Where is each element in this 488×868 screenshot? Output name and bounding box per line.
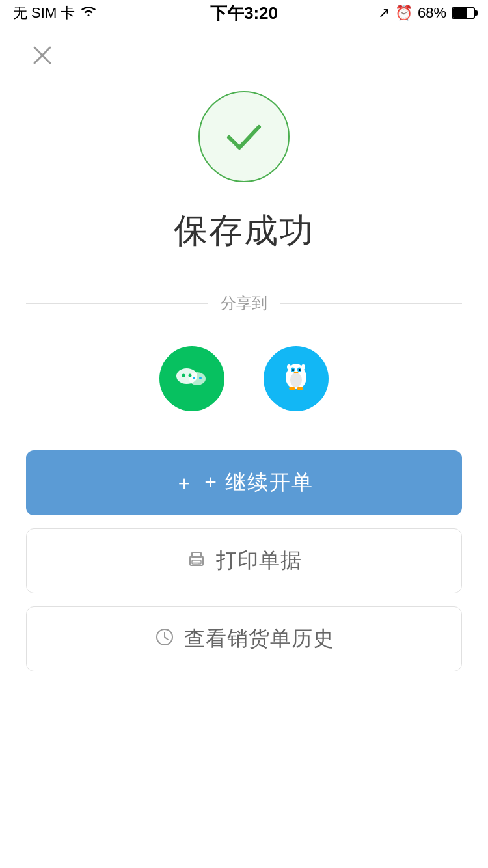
success-title: 保存成功 [174,208,314,254]
status-time: 下午3:20 [210,2,278,25]
continue-order-button[interactable]: ＋ + 继续开单 [26,450,462,515]
status-right: ↗ ⏰ 68% [378,5,475,21]
plus-icon: ＋ [174,470,195,496]
main-content: 保存成功 分享到 [0,26,488,868]
printer-svg [186,549,207,569]
svg-point-5 [189,374,192,377]
svg-point-13 [299,369,301,371]
sim-status: 无 SIM 卡 [13,3,75,23]
history-icon [154,627,175,652]
share-divider: 分享到 [26,293,462,314]
battery-percent: 68% [418,5,446,21]
print-icon [186,549,207,574]
svg-point-18 [287,364,291,370]
print-label: 打印单据 [216,547,302,575]
svg-point-16 [289,387,295,390]
svg-point-3 [189,372,206,385]
wifi-icon [80,5,97,21]
divider-line-right [280,303,462,304]
clock-svg [154,627,175,647]
svg-point-7 [199,377,202,379]
divider-line-left [26,303,208,304]
wechat-share-button[interactable] [159,346,224,411]
alarm-icon: ⏰ [395,5,413,21]
action-buttons: ＋ + 继续开单 打印单据 [26,450,462,671]
continue-order-label: + 继续开单 [204,468,314,497]
svg-point-6 [193,377,195,379]
location-icon: ↗ [378,5,390,21]
checkmark-icon [221,114,267,159]
history-label: 查看销货单历史 [184,625,334,653]
close-icon [31,44,54,67]
share-icons-container [159,346,329,411]
print-button[interactable]: 打印单据 [26,528,462,593]
history-button[interactable]: 查看销货单历史 [26,606,462,671]
qq-icon [277,359,316,398]
close-button[interactable] [26,39,59,72]
svg-point-17 [297,387,303,390]
svg-point-15 [290,373,302,387]
success-circle [198,91,290,182]
status-left: 无 SIM 卡 [13,3,97,23]
wechat-icon [172,359,211,398]
battery-icon [452,7,475,19]
svg-point-12 [292,369,294,371]
share-label: 分享到 [221,293,267,314]
svg-point-19 [301,364,305,370]
svg-point-4 [182,374,185,377]
status-bar: 无 SIM 卡 下午3:20 ↗ ⏰ 68% [0,0,488,26]
qq-share-button[interactable] [264,346,329,411]
